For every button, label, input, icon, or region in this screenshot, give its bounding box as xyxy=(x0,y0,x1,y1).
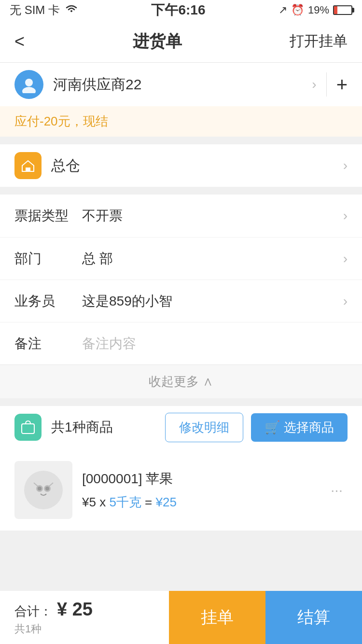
department-row[interactable]: 部门 总 部 › xyxy=(0,237,362,280)
warehouse-name: 总仓 xyxy=(51,156,338,176)
alarm-icon: ⏰ xyxy=(291,4,304,16)
department-label: 部门 xyxy=(14,250,82,268)
salesperson-label: 业务员 xyxy=(14,292,82,310)
total-amount: ¥ 25 xyxy=(57,599,93,620)
products-count: 共1种商品 xyxy=(51,418,165,436)
battery-icon xyxy=(333,5,352,15)
select-product-label: 选择商品 xyxy=(284,419,334,436)
salesperson-row[interactable]: 业务员 这是859的小智 › xyxy=(0,280,362,322)
carrier-label: 无 SIM 卡 xyxy=(10,2,60,18)
product-code: [0000001] xyxy=(82,471,146,486)
collapse-row[interactable]: 收起更多 ∧ xyxy=(0,364,362,398)
product-thumbnail xyxy=(14,461,72,519)
department-chevron-icon: › xyxy=(343,251,348,266)
product-price: ¥5 x 5千克 = ¥25 xyxy=(82,494,326,511)
products-section: 共1种商品 修改明细 🛒 选择商品 xyxy=(0,406,362,531)
invoice-type-value: 不开票 xyxy=(82,207,338,225)
supplier-avatar xyxy=(14,70,43,99)
total-count: 共1种 xyxy=(14,622,154,636)
svg-point-7 xyxy=(38,487,42,490)
content: 河南供应商22 › + 应付-20元，现结 总仓 › 票据类型 不开票 xyxy=(0,63,362,601)
salesperson-value: 这是859的小智 xyxy=(82,292,338,310)
supplier-chevron-icon: › xyxy=(312,77,316,92)
status-time: 下午6:16 xyxy=(151,1,205,19)
location-icon: ↗ xyxy=(278,4,287,16)
supplier-section: 河南供应商22 › + 应付-20元，现结 xyxy=(0,63,362,137)
price-value: ¥5 x xyxy=(82,495,109,509)
invoice-type-label: 票据类型 xyxy=(14,207,82,225)
bottom-bar: 合计： ¥ 25 共1种 挂单 结算 xyxy=(0,591,362,644)
notice-bar: 应付-20元，现结 xyxy=(0,106,362,137)
warehouse-row[interactable]: 总仓 › xyxy=(0,144,362,187)
battery-fill xyxy=(334,6,337,14)
notice-text: 应付-20元，现结 xyxy=(14,114,108,128)
department-value: 总 部 xyxy=(82,250,338,268)
product-more-button[interactable]: ··· xyxy=(326,477,348,503)
svg-rect-3 xyxy=(22,424,34,434)
svg-point-4 xyxy=(31,477,56,503)
back-button[interactable]: < xyxy=(14,31,25,52)
nav-bar: < 进货单 打开挂单 xyxy=(0,20,362,63)
svg-point-8 xyxy=(45,487,49,490)
supplier-name: 河南供应商22 xyxy=(53,75,307,95)
supplier-row[interactable]: 河南供应商22 › + xyxy=(0,63,362,106)
collapse-label: 收起更多 ∧ xyxy=(149,373,213,390)
total-row: 合计： ¥ 25 xyxy=(14,599,154,620)
product-item: [0000001] 苹果 ¥5 x 5千克 = ¥25 ··· xyxy=(0,449,362,531)
page-title: 进货单 xyxy=(133,30,182,53)
select-product-button[interactable]: 🛒 选择商品 xyxy=(251,413,348,442)
svg-point-1 xyxy=(22,87,36,93)
status-right: ↗ ⏰ 19% xyxy=(278,4,352,16)
warehouse-icon xyxy=(14,152,42,179)
bottom-total: 合计： ¥ 25 共1种 xyxy=(0,591,169,644)
salesperson-chevron-icon: › xyxy=(343,294,348,309)
hang-button[interactable]: 挂单 xyxy=(169,591,265,644)
select-product-icon: 🛒 xyxy=(265,420,280,435)
equals-sign: = xyxy=(145,495,155,509)
product-thumb-inner xyxy=(24,471,63,509)
remark-row[interactable]: 备注 备注内容 xyxy=(0,322,362,364)
remark-input[interactable]: 备注内容 xyxy=(82,335,348,353)
battery-percentage: 19% xyxy=(308,4,329,16)
products-icon xyxy=(14,414,42,441)
total-value: ¥25 xyxy=(156,495,177,509)
warehouse-section: 总仓 › xyxy=(0,144,362,187)
status-left: 无 SIM 卡 xyxy=(10,2,78,18)
divider xyxy=(326,72,327,97)
add-supplier-button[interactable]: + xyxy=(336,74,348,96)
svg-point-0 xyxy=(25,79,33,86)
total-label: 合计： xyxy=(14,603,52,620)
product-info: [0000001] 苹果 ¥5 x 5千克 = ¥25 xyxy=(82,470,326,511)
svg-rect-2 xyxy=(26,168,30,171)
products-header: 共1种商品 修改明细 🛒 选择商品 xyxy=(0,406,362,448)
warehouse-chevron-icon: › xyxy=(343,158,348,173)
remark-label: 备注 xyxy=(14,335,82,353)
invoice-type-chevron-icon: › xyxy=(343,208,348,224)
wifi-icon xyxy=(65,3,78,17)
product-title: 苹果 xyxy=(146,471,173,486)
quantity-value: 5千克 xyxy=(109,495,141,509)
product-name: [0000001] 苹果 xyxy=(82,470,326,488)
checkout-button[interactable]: 结算 xyxy=(265,591,362,644)
status-bar: 无 SIM 卡 下午6:16 ↗ ⏰ 19% xyxy=(0,0,362,20)
form-section: 票据类型 不开票 › 部门 总 部 › 业务员 这是859的小智 › 备注 备注… xyxy=(0,195,362,398)
invoice-type-row[interactable]: 票据类型 不开票 › xyxy=(0,195,362,237)
open-hangsingle-button[interactable]: 打开挂单 xyxy=(290,31,348,51)
modify-detail-button[interactable]: 修改明细 xyxy=(165,413,243,442)
